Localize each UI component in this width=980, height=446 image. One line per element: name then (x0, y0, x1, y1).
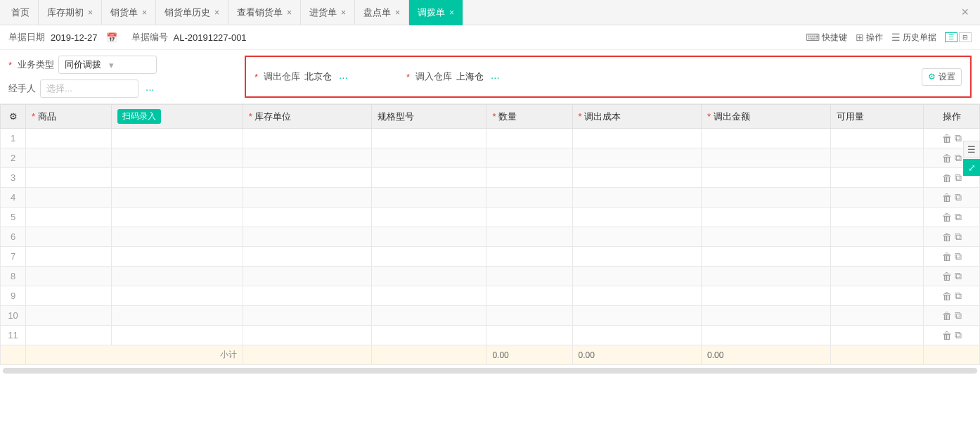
operator-more-button[interactable]: ··· (146, 83, 155, 95)
tab-sales-order[interactable]: 销货单 × (102, 0, 156, 25)
window-close-button[interactable]: × (955, 5, 974, 20)
layout-list-button[interactable]: ☰ (945, 32, 958, 42)
delete-icon[interactable]: 🗑 (942, 231, 952, 243)
date-label: 单据日期 (8, 31, 45, 44)
table-row: 9🗑⧉ (1, 286, 980, 306)
cell-spec (372, 168, 486, 188)
calendar-icon[interactable]: 📅 (106, 32, 117, 43)
tab-view-sales[interactable]: 查看销货单 × (228, 0, 301, 25)
close-tab-initial-stock[interactable]: × (88, 8, 93, 18)
in-warehouse-label: 调入仓库 (415, 70, 452, 83)
cell-product[interactable] (26, 168, 112, 188)
business-type-select[interactable]: 同价调拨 ▾ (58, 56, 157, 74)
tab-purchase-order[interactable]: 进货单 × (301, 0, 355, 25)
cell-product[interactable] (26, 306, 112, 326)
cell-product[interactable] (26, 286, 112, 306)
cell-available (830, 227, 923, 247)
cell-amount (702, 168, 831, 188)
copy-icon[interactable]: ⧉ (955, 211, 962, 223)
scan-button[interactable]: 扫码录入 (117, 109, 161, 124)
cell-qty (486, 148, 572, 168)
delete-icon[interactable]: 🗑 (942, 192, 952, 203)
tab-inventory[interactable]: 盘点单 × (355, 0, 409, 25)
page-wrapper: 首页 库存期初 × 销货单 × 销货单历史 × 查看销货单 × 进货单 × 盘点… (0, 0, 980, 446)
delete-icon[interactable]: 🗑 (942, 153, 952, 164)
copy-icon[interactable]: ⧉ (955, 152, 962, 164)
table-row: 4🗑⧉ (1, 188, 980, 208)
row-num: 3 (1, 168, 26, 188)
close-tab-inventory[interactable]: × (395, 8, 400, 18)
subtotal-empty-2 (372, 345, 486, 365)
business-type-row: * 业务类型 同价调拨 ▾ (8, 56, 233, 74)
close-tab-view-sales[interactable]: × (287, 8, 292, 18)
copy-icon[interactable]: ⧉ (955, 172, 962, 184)
row-num: 10 (1, 306, 26, 326)
layout-grid-button[interactable]: ⊟ (959, 32, 972, 42)
tab-initial-stock[interactable]: 库存期初 × (39, 0, 102, 25)
scrollbar-thumb[interactable] (3, 368, 977, 374)
copy-icon[interactable]: ⧉ (955, 132, 962, 144)
side-list-icon[interactable]: ☰ (963, 141, 980, 158)
cell-unit (243, 227, 372, 247)
close-tab-sales-history[interactable]: × (214, 8, 219, 18)
cell-product[interactable] (26, 188, 112, 208)
copy-icon[interactable]: ⧉ (955, 250, 962, 262)
close-tab-sales-order[interactable]: × (142, 8, 147, 18)
copy-icon[interactable]: ⧉ (955, 231, 962, 243)
cell-scan (112, 227, 243, 247)
side-expand-icon[interactable]: ⤢ (963, 159, 980, 176)
order-value: AL-20191227-001 (174, 32, 247, 43)
cell-product[interactable] (26, 247, 112, 267)
copy-icon[interactable]: ⧉ (955, 290, 962, 302)
shortcut-button[interactable]: ⌨ 快捷键 (806, 32, 847, 44)
subtotal-action (924, 345, 980, 365)
delete-icon[interactable]: 🗑 (942, 330, 952, 341)
cell-product[interactable] (26, 129, 112, 148)
close-tab-transfer[interactable]: × (449, 8, 454, 18)
operator-select[interactable]: 选择... (40, 79, 138, 98)
delete-icon[interactable]: 🗑 (942, 172, 952, 184)
cell-spec (372, 148, 486, 168)
cell-product[interactable] (26, 148, 112, 168)
cell-scan (112, 247, 243, 267)
cell-product[interactable] (26, 267, 112, 286)
date-value: 2019-12-27 (51, 32, 98, 43)
cell-action: 🗑⧉ (924, 267, 980, 286)
cell-cost (572, 208, 702, 227)
delete-icon[interactable]: 🗑 (942, 251, 952, 262)
settings-label: 设置 (939, 71, 955, 83)
operator-placeholder: 选择... (46, 82, 132, 95)
delete-icon[interactable]: 🗑 (942, 271, 952, 282)
close-tab-purchase-order[interactable]: × (341, 8, 346, 18)
copy-icon[interactable]: ⧉ (955, 329, 962, 341)
cell-product[interactable] (26, 326, 112, 345)
cell-action: 🗑⧉ (924, 208, 980, 227)
subtotal-label-cell (1, 345, 26, 365)
delete-icon[interactable]: 🗑 (942, 212, 952, 223)
cell-cost (572, 168, 702, 188)
tab-home[interactable]: 首页 (6, 0, 39, 25)
table-row: 2🗑⧉ (1, 148, 980, 168)
settings-button[interactable]: ⚙ 设置 (922, 68, 962, 86)
copy-icon[interactable]: ⧉ (955, 270, 962, 282)
th-gear[interactable]: ⚙ (1, 105, 26, 129)
cell-product[interactable] (26, 227, 112, 247)
tab-sales-history[interactable]: 销货单历史 × (156, 0, 228, 25)
th-action: 操作 (924, 105, 980, 129)
delete-icon[interactable]: 🗑 (942, 133, 952, 144)
copy-icon[interactable]: ⧉ (955, 191, 962, 203)
cell-product[interactable] (26, 208, 112, 227)
history-button[interactable]: ☰ 历史单据 (891, 32, 936, 44)
cell-unit (243, 188, 372, 208)
tab-transfer[interactable]: 调拨单 × (409, 0, 463, 25)
gear-column-icon: ⚙ (9, 111, 18, 122)
copy-icon[interactable]: ⧉ (955, 310, 962, 321)
operation-button[interactable]: ⊞ 操作 (856, 32, 883, 44)
cell-qty (486, 129, 572, 148)
cell-amount (702, 188, 831, 208)
delete-icon[interactable]: 🗑 (942, 291, 952, 302)
cell-spec (372, 188, 486, 208)
in-warehouse-more-button[interactable]: ··· (491, 71, 500, 83)
out-warehouse-more-button[interactable]: ··· (339, 71, 348, 83)
delete-icon[interactable]: 🗑 (942, 310, 952, 321)
